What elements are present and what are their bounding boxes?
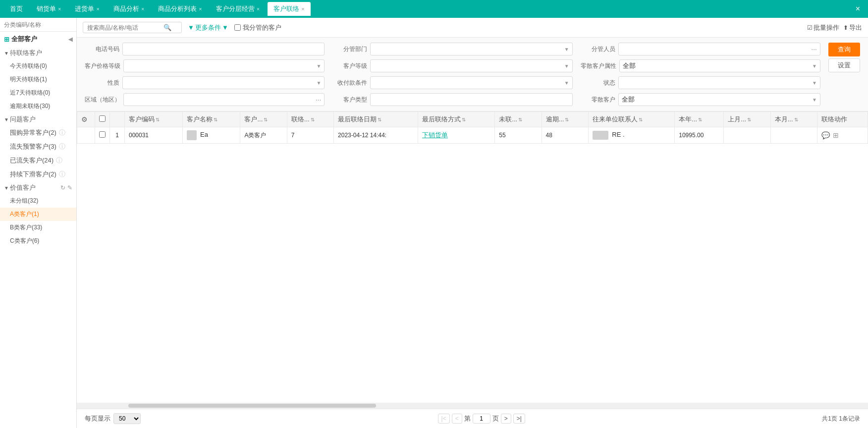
page-size-select[interactable]: 50 100 200 — [113, 413, 141, 424]
scrollbar-thumb[interactable] — [128, 404, 376, 408]
sidebar-item-declining[interactable]: 持续下滑客户(2) ⓘ — [0, 167, 76, 181]
filter-status-select[interactable]: ▼ — [618, 76, 820, 89]
filter-retail-attr-select[interactable]: 全部 ▼ — [619, 59, 820, 72]
filter-dept-select[interactable]: ▼ — [370, 43, 572, 55]
horizontal-scrollbar[interactable] — [77, 403, 868, 409]
batch-op-btn[interactable]: ☑ 批量操作 — [807, 23, 839, 32]
filter-phone-input[interactable] — [122, 43, 325, 55]
filter-customer-level-select[interactable]: ▼ — [370, 59, 572, 72]
row-select-checkbox[interactable] — [99, 131, 106, 138]
nav-tab-customer-segment[interactable]: 客户分层经营 × — [210, 2, 266, 16]
col-last-month[interactable]: 上月... ⇅ — [724, 112, 770, 127]
sidebar-search-input[interactable] — [4, 21, 77, 28]
select-all-checkbox[interactable] — [99, 115, 106, 122]
query-button[interactable]: 查询 — [828, 43, 860, 56]
refresh-icon[interactable]: ↻ — [60, 184, 65, 191]
sidebar-item-churn-warning[interactable]: 流失预警客户(3) ⓘ — [0, 140, 76, 154]
close-segment-tab[interactable]: × — [257, 6, 260, 12]
sort-this-year[interactable]: ⇅ — [698, 117, 702, 122]
last-method-link[interactable]: 下销货单 — [422, 131, 448, 139]
sidebar-item-churned[interactable]: 已流失客户(24) ⓘ — [0, 154, 76, 167]
sort-last-month[interactable]: ⇅ — [747, 117, 751, 122]
filter-region-select[interactable]: ··· — [123, 93, 325, 106]
sort-code[interactable]: ⇅ — [156, 117, 160, 122]
sidebar-item-overdue[interactable]: 逾期未联络(30) — [0, 100, 76, 113]
close-purchase-tab[interactable]: × — [96, 6, 99, 12]
sidebar-item-7days[interactable]: 近7天待联络(0) — [0, 86, 76, 100]
sort-contact[interactable]: ⇅ — [311, 117, 315, 122]
my-customers-check[interactable]: 我分管的客户 — [234, 23, 281, 32]
col-no-contact[interactable]: 未联... ⇅ — [495, 112, 542, 127]
last-page-btn[interactable]: >| — [513, 414, 525, 424]
close-sales-tab[interactable]: × — [58, 6, 61, 12]
collapse-sidebar-btn[interactable]: ◀ — [68, 36, 72, 43]
chat-action-icon[interactable]: 💬 — [821, 131, 830, 139]
close-analysis-list-tab[interactable]: × — [199, 6, 202, 12]
filter-region-more[interactable]: ··· — [316, 96, 322, 104]
page-number-input[interactable] — [473, 414, 490, 424]
col-select-all[interactable] — [95, 112, 110, 127]
all-customers-header[interactable]: ⊞ 全部客户 ◀ — [0, 32, 76, 47]
edit-icon[interactable]: ✎ — [67, 184, 72, 191]
prev-page-btn[interactable]: < — [452, 414, 462, 424]
qrcode-action-icon[interactable]: ⊞ — [833, 131, 839, 139]
settings-icon[interactable]: ⚙ — [81, 115, 88, 123]
col-code[interactable]: 客户编码 ⇅ — [125, 112, 183, 127]
col-last-method[interactable]: 最后联络方式 ⇅ — [418, 112, 495, 127]
sidebar-item-tomorrow[interactable]: 明天待联络(1) — [0, 73, 76, 86]
sort-level[interactable]: ⇅ — [264, 117, 268, 122]
nav-tab-customer-contact[interactable]: 客户联络 × — [268, 2, 310, 16]
col-name[interactable]: 客户名称 ⇅ — [182, 112, 240, 127]
sort-contact-person[interactable]: ⇅ — [639, 117, 643, 122]
export-btn[interactable]: ⬆ 导出 — [843, 23, 862, 32]
sidebar-item-ungroup[interactable]: 未分组(32) — [0, 194, 76, 208]
nav-tab-analysis-list[interactable]: 商品分析列表 × — [152, 2, 208, 16]
nav-tab-purchase[interactable]: 进货单 × — [69, 2, 105, 16]
sort-last-method[interactable]: ⇅ — [462, 117, 466, 122]
pending-contact-group[interactable]: ▼ 待联络客户 — [0, 47, 76, 59]
row-code[interactable]: 000031 — [125, 127, 183, 144]
row-checkbox[interactable] — [95, 127, 110, 144]
col-contact-person[interactable]: 往来单位联系人 ⇅ — [588, 112, 674, 127]
nav-home[interactable]: 首页 — [4, 2, 29, 15]
close-contact-tab[interactable]: × — [301, 6, 304, 12]
search-icon[interactable]: 🔍 — [163, 24, 171, 31]
filter-retail-select[interactable]: 全部 ▼ — [618, 93, 820, 106]
close-analysis-tab[interactable]: × — [141, 6, 144, 12]
col-gear[interactable]: ⚙ — [77, 112, 95, 127]
my-customers-checkbox[interactable] — [234, 24, 241, 31]
filter-person-select[interactable]: ··· — [618, 43, 820, 55]
filter-rows-wrap: 电话号码 分管部门 ▼ 分管人员 — [85, 43, 860, 106]
settings-button[interactable]: 设置 — [828, 58, 860, 72]
first-page-btn[interactable]: |< — [438, 414, 450, 424]
col-overdue[interactable]: 逾期... ⇅ — [542, 112, 588, 127]
more-filters-btn[interactable]: ▼ 更多条件 ▼ — [188, 23, 228, 32]
sort-this-month[interactable]: ⇅ — [794, 117, 798, 122]
nav-tab-sales[interactable]: 销货单 × — [31, 2, 67, 16]
sort-name[interactable]: ⇅ — [214, 117, 217, 122]
col-this-year[interactable]: 本年... ⇅ — [675, 112, 724, 127]
filter-nature-select[interactable]: ▼ — [122, 76, 325, 89]
row-last-method[interactable]: 下销货单 — [418, 127, 495, 144]
next-page-btn[interactable]: > — [501, 414, 511, 424]
sort-overdue[interactable]: ⇅ — [565, 117, 569, 122]
filter-price-level-select[interactable]: ▼ — [123, 59, 325, 72]
sidebar-item-c-class[interactable]: C类客户(6) — [0, 234, 76, 248]
problem-customers-group[interactable]: ▼ 问题客户 — [0, 113, 76, 126]
sidebar-item-a-class[interactable]: A类客户(1) — [0, 208, 76, 221]
filter-customer-type-select[interactable] — [370, 93, 572, 106]
filter-payment-select[interactable]: ▼ — [370, 76, 572, 89]
close-all-tabs[interactable]: × — [852, 4, 864, 13]
nav-tab-analysis[interactable]: 商品分析 × — [108, 2, 150, 16]
sidebar-item-abnormal[interactable]: 囤购异常客户(2) ⓘ — [0, 126, 76, 140]
sidebar-item-today[interactable]: 今天待联络(0) — [0, 59, 76, 73]
sort-no-contact[interactable]: ⇅ — [518, 117, 522, 122]
search-input[interactable] — [87, 24, 162, 31]
col-last-date[interactable]: 最后联络日期 ⇅ — [334, 112, 418, 127]
col-level[interactable]: 客户... ⇅ — [240, 112, 287, 127]
sidebar-item-b-class[interactable]: B类客户(33) — [0, 221, 76, 234]
col-this-month[interactable]: 本月... ⇅ — [770, 112, 817, 127]
filter-person-more[interactable]: ··· — [811, 45, 817, 53]
col-contact[interactable]: 联络... ⇅ — [287, 112, 333, 127]
sort-last-date[interactable]: ⇅ — [378, 117, 381, 122]
